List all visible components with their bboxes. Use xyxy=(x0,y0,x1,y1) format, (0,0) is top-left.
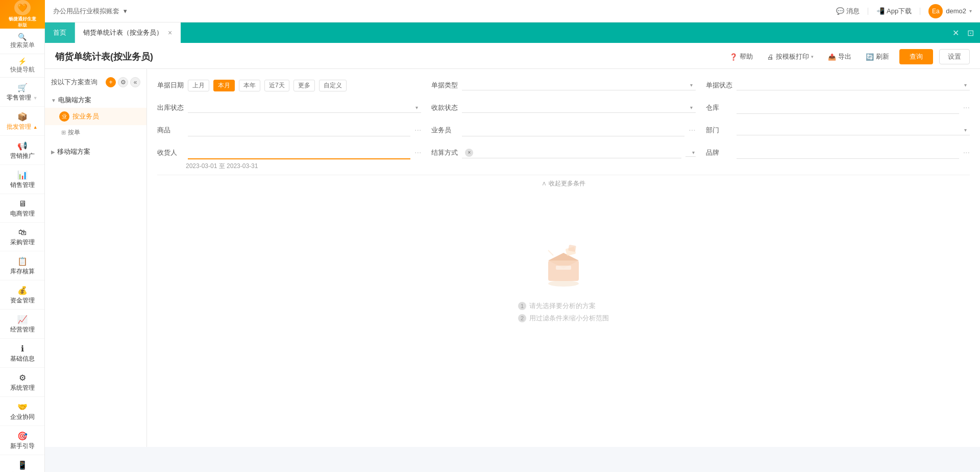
page-content: 销货单统计表(按业务员) ❓ 帮助 🖨 按模板打印 ▾ 📤 导出 🔄 刷新 xyxy=(45,43,980,472)
sidebar-item-app-center[interactable]: 📱 应用中心 xyxy=(0,455,44,472)
right-panel: 单据日期 上月 本月 本年 近7天 更多 自定义 单据类型 xyxy=(147,69,980,447)
sidebar-item-retail[interactable]: 🛒 零售管理 ▼ xyxy=(0,78,44,107)
tree-child-salesperson[interactable]: 业 按业务员 xyxy=(45,108,146,125)
sidebar-item-wholesale[interactable]: 📦 批发管理 ▲ xyxy=(0,107,44,136)
date-btn-custom[interactable]: 自定义 xyxy=(319,80,347,91)
tab-close-icon[interactable]: × xyxy=(168,29,172,36)
salesperson-input[interactable] xyxy=(462,124,684,136)
warehouse-dots[interactable]: ··· xyxy=(963,103,970,112)
sidebar-item-ecommerce[interactable]: 🖥 电商管理 xyxy=(0,194,44,223)
warehouse-label: 仓库 xyxy=(706,103,732,112)
sidebar-item-newbie[interactable]: 🎯 新手引导 xyxy=(0,426,44,455)
filter-goods-row: 商品 ··· xyxy=(157,122,421,138)
collapse-label: ∧ 收起更多条件 xyxy=(542,180,585,187)
goods-label: 商品 xyxy=(157,126,184,135)
dept-select[interactable]: ▾ xyxy=(737,125,970,135)
breadcrumb-arrow[interactable]: ▾ xyxy=(124,7,127,15)
tree-mobile-parent[interactable]: ▶ 移动端方案 xyxy=(45,144,146,159)
tab-minimize-btn[interactable]: ✕ xyxy=(950,26,961,40)
corp-collab-icon: 🤝 xyxy=(2,402,42,412)
print-label: 按模板打印 xyxy=(776,52,809,61)
mobile-label: 移动端方案 xyxy=(57,147,90,156)
breadcrumb-text: 办公用品行业模拟账套 xyxy=(53,7,119,16)
message-btn[interactable]: 💬 消息 xyxy=(836,7,860,16)
sidebar-item-operations[interactable]: 📈 经营管理 xyxy=(0,310,44,339)
maximize-icon: ⊡ xyxy=(967,29,974,37)
date-btn-this-month[interactable]: 本月 xyxy=(213,80,235,91)
receiver-dots[interactable]: ··· xyxy=(414,148,421,157)
help-btn[interactable]: ❓ 帮助 xyxy=(725,50,757,63)
tab-maximize-btn[interactable]: ⊡ xyxy=(965,26,976,40)
sidebar-item-finance[interactable]: 💰 资金管理 xyxy=(0,280,44,310)
salesperson-scheme-icon: 业 xyxy=(59,111,69,122)
refresh-label: 刷新 xyxy=(876,52,889,61)
breadcrumb: 办公用品行业模拟账套 ▾ xyxy=(53,7,127,16)
tree-desktop-parent[interactable]: ▼ 电脑端方案 xyxy=(45,92,146,108)
wholesale-icon: 📦 xyxy=(2,112,42,122)
settlement-tag-x[interactable]: × xyxy=(465,149,473,157)
payment-select[interactable]: ▾ xyxy=(462,103,695,113)
header-divider2 xyxy=(920,8,920,15)
filter-dept-row: 部门 ▾ xyxy=(706,122,970,138)
brand-input[interactable] xyxy=(737,147,959,159)
logo-icon: 🧡 xyxy=(14,0,31,15)
receiver-input[interactable] xyxy=(188,147,410,159)
salesperson-dots[interactable]: ··· xyxy=(689,126,695,135)
sidebar-item-marketing[interactable]: 📢 营销推广 xyxy=(0,136,44,165)
payment-label: 收款状态 xyxy=(431,103,458,112)
tip-num-2: 2 xyxy=(518,314,526,322)
sidebar-item-corp-collab[interactable]: 🤝 企业协同 xyxy=(0,397,44,426)
user-dropdown-icon: ▾ xyxy=(969,8,972,14)
panel-settings-btn[interactable]: ⚙ xyxy=(118,77,128,87)
ecommerce-label: 电商管理 xyxy=(10,210,35,217)
tab-active[interactable]: 销货单统计表（按业务员） × xyxy=(75,22,181,43)
date-btn-last-month[interactable]: 上月 xyxy=(188,80,209,91)
tab-home[interactable]: 首页 xyxy=(45,22,75,43)
header-divider xyxy=(868,8,868,15)
date-btn-this-year[interactable]: 本年 xyxy=(239,80,260,91)
refresh-btn[interactable]: 🔄 刷新 xyxy=(862,50,893,63)
finance-label: 资金管理 xyxy=(10,297,35,304)
sidebar-item-sales[interactable]: 📊 销售管理 xyxy=(0,165,44,194)
goods-input[interactable] xyxy=(188,124,410,136)
user-info[interactable]: Ea demo2 ▾ xyxy=(928,4,972,18)
warehouse-input[interactable] xyxy=(737,102,959,114)
print-arrow: ▾ xyxy=(811,54,814,59)
avatar-initials: Ea xyxy=(932,8,940,15)
status-label: 单据状态 xyxy=(706,81,732,90)
sidebar-item-inventory[interactable]: 📋 库存核算 xyxy=(0,251,44,280)
marketing-icon: 📢 xyxy=(2,141,42,151)
date-btn-7days[interactable]: 近7天 xyxy=(264,80,289,91)
sidebar-item-basic-info[interactable]: ℹ 基础信息 xyxy=(0,339,44,368)
collapse-bar[interactable]: ∧ 收起更多条件 xyxy=(157,175,970,192)
wholesale-arrow: ▲ xyxy=(33,125,38,130)
print-icon: 🖨 xyxy=(767,53,774,61)
export-btn[interactable]: 📤 导出 xyxy=(824,50,855,63)
sidebar-item-purchase[interactable]: 🛍 采购管理 xyxy=(0,223,44,251)
export-icon: 📤 xyxy=(828,53,836,61)
empty-tip-1: 1 请先选择要分析的方案 xyxy=(518,301,609,311)
panel-collapse-btn[interactable]: « xyxy=(130,77,140,87)
goods-dots[interactable]: ··· xyxy=(414,126,421,135)
ship-select[interactable]: ▾ xyxy=(188,103,421,113)
sales-label: 销售管理 xyxy=(10,181,35,188)
add-icon: + xyxy=(109,79,112,86)
status-select[interactable]: ▾ xyxy=(737,80,970,90)
search-menu-item[interactable]: 🔍 搜索菜单 xyxy=(0,29,44,54)
tree-child-by-order[interactable]: ⊞ 按单 xyxy=(45,125,146,140)
date-btn-more[interactable]: 更多 xyxy=(293,80,315,91)
settlement-arrow[interactable]: ▾ xyxy=(692,150,695,155)
brand-dots[interactable]: ··· xyxy=(963,148,970,157)
app-download-btn[interactable]: 📲 App下载 xyxy=(876,7,912,16)
quick-nav-item[interactable]: ⚡ 快捷导航 xyxy=(0,54,44,78)
filter-type-row: 单据类型 ▾ xyxy=(431,77,695,93)
panel-add-btn[interactable]: + xyxy=(106,77,116,87)
print-btn[interactable]: 🖨 按模板打印 ▾ xyxy=(763,50,818,63)
sidebar-item-system[interactable]: ⚙ 系统管理 xyxy=(0,368,44,397)
ship-label: 出库状态 xyxy=(157,103,184,112)
settings-button[interactable]: 设置 xyxy=(939,49,970,64)
type-select[interactable]: ▾ xyxy=(462,80,695,90)
query-button[interactable]: 查询 xyxy=(899,49,933,64)
filter-warehouse-row: 仓库 ··· xyxy=(706,100,970,116)
newbie-label: 新手引导 xyxy=(10,442,35,450)
